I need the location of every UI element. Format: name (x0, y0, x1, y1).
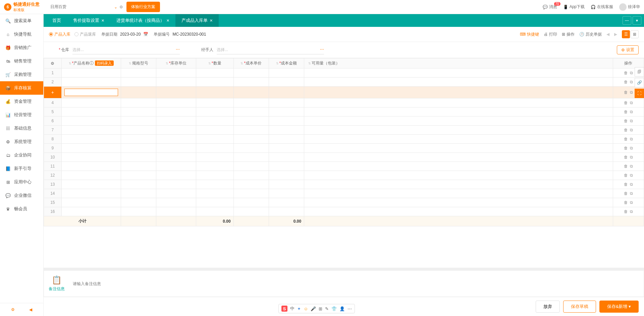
table-row[interactable]: 5🗑⧉ (44, 107, 644, 117)
delete-icon[interactable]: 🗑 (624, 90, 628, 95)
sidebar-item[interactable]: 💬企业微信 (0, 189, 43, 202)
discard-button[interactable]: 放弃 (536, 301, 560, 313)
table-row[interactable]: 12🗑⧉ (44, 171, 644, 180)
table-row[interactable]: 2🗑⧉ (44, 78, 644, 87)
messages-link[interactable]: 💬 消息 70 (543, 4, 557, 10)
copy-icon[interactable]: ⧉ (630, 100, 633, 105)
settings-icon[interactable]: ⚙ (11, 307, 15, 312)
settings-button[interactable]: ⚙ 设置 (617, 45, 639, 54)
gear-icon[interactable]: ⚙ (119, 5, 123, 9)
copy-icon[interactable]: ⧉ (630, 137, 633, 141)
copy-icon[interactable]: ⧉ (630, 119, 633, 123)
delete-icon[interactable]: 🗑 (624, 164, 628, 169)
save-new-button[interactable]: 保存&新增 ▾ (599, 301, 639, 313)
sidebar-item[interactable]: 📊经营管理 (0, 108, 43, 122)
copy-icon[interactable]: ⧉ (630, 191, 633, 196)
view-card-button[interactable]: ⊞ (631, 30, 639, 38)
delete-icon[interactable]: 🗑 (624, 182, 628, 187)
table-row[interactable]: 8🗑⧉ (44, 135, 644, 144)
next-icon[interactable]: ▶ (614, 32, 617, 37)
warehouse-select[interactable]: 选择... ⋯ (72, 46, 180, 54)
tab[interactable]: 售价提取设置✕ (67, 14, 110, 27)
delete-icon[interactable]: 🗑 (624, 80, 628, 84)
tab-minimize-button[interactable]: ― (623, 16, 631, 25)
copy-icon[interactable]: ⧉ (630, 128, 633, 132)
sidebar-item[interactable]: ☷基础信息 (0, 122, 43, 135)
close-icon[interactable]: ✕ (101, 18, 104, 23)
copy-icon[interactable]: ⧉ (630, 173, 633, 178)
delete-icon[interactable]: 🗑 (624, 71, 628, 75)
copy-icon[interactable]: ⧉ (630, 182, 633, 187)
tab[interactable]: 首页 (46, 14, 67, 27)
table-row[interactable]: 4🗑⧉ (44, 98, 644, 107)
table-row[interactable]: 11🗑⧉ (44, 162, 644, 171)
radio-product-out[interactable]: 产品退库 (74, 32, 96, 37)
sidebar-item[interactable]: ⌂快捷导航 (0, 28, 43, 41)
copy-icon[interactable]: ⧉ (630, 200, 633, 205)
table-row[interactable]: 10🗑⧉ (44, 153, 644, 162)
ime-s-icon[interactable]: S (281, 306, 287, 312)
sidebar-item[interactable]: 🎁营销推广 (0, 41, 43, 54)
copy-icon[interactable]: ⧉ (630, 155, 633, 160)
sidebar-item[interactable]: 📘新手引导 (0, 162, 43, 175)
sidebar-item[interactable]: 🗂企业协同 (0, 148, 43, 162)
service-link[interactable]: 🎧 在线客服 (591, 4, 613, 10)
close-icon[interactable]: ✕ (210, 18, 213, 23)
col-price[interactable]: ⇅*成本单价 (233, 58, 269, 69)
delete-icon[interactable]: 🗑 (624, 173, 628, 178)
copy-icon[interactable]: ⧉ (630, 80, 633, 84)
dock-btn-3[interactable]: ⛶ (635, 89, 644, 98)
date-value[interactable]: 2023-03-20 (120, 32, 141, 37)
close-icon[interactable]: ✕ (166, 18, 169, 23)
sidebar-item[interactable]: ⚙系统管理 (0, 135, 43, 148)
user-menu[interactable]: 徐泽华 (619, 3, 640, 11)
remarks-input[interactable] (70, 279, 639, 289)
delete-icon[interactable]: 🗑 (624, 119, 628, 123)
table-row[interactable]: 13🗑⧉ (44, 180, 644, 189)
delete-icon[interactable]: 🗑 (624, 146, 628, 150)
delete-icon[interactable]: 🗑 (624, 137, 628, 141)
category-select[interactable]: 日用百货 ⌄ (50, 4, 117, 10)
copy-icon[interactable]: ⧉ (630, 146, 633, 150)
table-row[interactable]: 9🗑⧉ (44, 144, 644, 153)
tab-menu-button[interactable]: ▾ (633, 16, 641, 25)
tab[interactable]: 产成品入库单✕ (175, 14, 219, 27)
operate-button[interactable]: ⊞操作 (562, 32, 575, 37)
delete-icon[interactable]: 🗑 (624, 109, 628, 114)
calendar-icon[interactable]: 📅 (143, 32, 148, 37)
copy-icon[interactable]: ⧉ (630, 164, 633, 169)
sidebar-item[interactable]: 🔍搜索菜单 (0, 14, 43, 28)
delete-icon[interactable]: 🗑 (624, 200, 628, 205)
sidebar-item[interactable]: ⊞应用中心 (0, 175, 43, 189)
tab[interactable]: 进货单统计表（按商品）✕ (110, 14, 175, 27)
product-name-input[interactable] (64, 89, 118, 96)
delete-icon[interactable]: 🗑 (624, 100, 628, 105)
add-row-icon[interactable]: + (50, 89, 56, 95)
save-draft-button[interactable]: 保存草稿 (563, 301, 596, 313)
col-spec[interactable]: ⇅规格型号 (121, 58, 156, 69)
col-amount[interactable]: ⇅*成本金额 (269, 58, 304, 69)
delete-icon[interactable]: 🗑 (624, 209, 628, 214)
col-qty[interactable]: ⇅*数量 (196, 58, 233, 69)
copy-icon[interactable]: ⧉ (630, 109, 633, 114)
delete-icon[interactable]: 🗑 (624, 191, 628, 196)
col-product-name[interactable]: ⇅*产品名称ⓘ扫码录入 (61, 58, 121, 69)
copy-icon[interactable]: ⧉ (630, 90, 633, 95)
copy-icon[interactable]: ⧉ (630, 209, 633, 214)
table-row[interactable]: 14🗑⧉ (44, 189, 644, 198)
sidebar-item[interactable]: 🛒采购管理 (0, 68, 43, 81)
table-row[interactable]: 1🗑⧉ (44, 69, 644, 78)
delete-icon[interactable]: 🗑 (624, 128, 628, 132)
shortcut-button[interactable]: ⌨快捷键 (520, 32, 539, 37)
table-row[interactable]: +🗑⧉ (44, 87, 644, 98)
print-button[interactable]: 🖨打印 (544, 32, 557, 37)
sidebar-item[interactable]: 📦库存核算 (0, 81, 43, 95)
handler-select[interactable]: 选择... ⋯ (217, 46, 324, 54)
table-row[interactable]: 16🗑⧉ (44, 207, 644, 216)
prev-icon[interactable]: ◀ (606, 32, 609, 37)
sidebar-item[interactable]: ♛畅会员 (0, 202, 43, 216)
sidebar-item[interactable]: 🛍销售管理 (0, 54, 43, 68)
sidebar-item[interactable]: 💰资金管理 (0, 95, 43, 108)
table-row[interactable]: 15🗑⧉ (44, 198, 644, 207)
app-download-link[interactable]: 📱 App下载 (563, 4, 585, 10)
